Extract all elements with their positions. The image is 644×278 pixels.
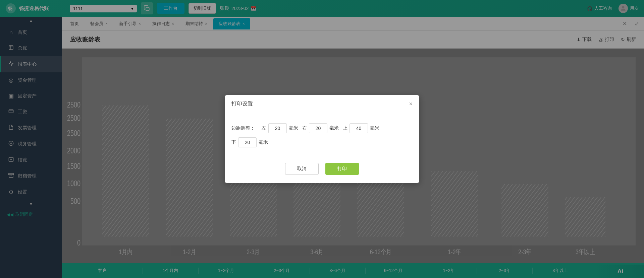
modal-close-button[interactable]: ×	[409, 100, 413, 108]
print-settings-modal: 打印设置 × 边距调整： 左 毫米 右 毫米 上 毫米	[225, 95, 419, 183]
margin-left-input[interactable]	[268, 123, 287, 133]
left-label: 左	[262, 125, 266, 131]
margin-left-group: 左 毫米	[262, 123, 298, 133]
top-unit: 毫米	[370, 125, 379, 131]
margin-bottom-input[interactable]	[238, 137, 257, 147]
margin-label: 边距调整：	[231, 125, 255, 131]
margin-right-group: 右 毫米	[302, 123, 339, 133]
margin-top-group: 上 毫米	[343, 123, 379, 133]
right-label: 右	[302, 125, 307, 131]
left-unit: 毫米	[289, 125, 298, 131]
modal-overlay: 打印设置 × 边距调整： 左 毫米 右 毫米 上 毫米	[0, 0, 644, 278]
margin-right-input[interactable]	[309, 123, 327, 133]
bottom-label: 下	[231, 139, 236, 145]
modal-footer: 取消 打印	[225, 157, 419, 183]
modal-header: 打印设置 ×	[225, 95, 419, 113]
top-label: 上	[343, 125, 347, 131]
right-unit: 毫米	[329, 125, 339, 131]
confirm-print-button[interactable]: 打印	[325, 163, 359, 175]
bottom-unit: 毫米	[259, 139, 268, 145]
cancel-button[interactable]: 取消	[285, 163, 319, 175]
margin-row: 边距调整： 左 毫米 右 毫米 上 毫米 下	[231, 123, 413, 147]
modal-body: 边距调整： 左 毫米 右 毫米 上 毫米 下	[225, 113, 419, 157]
modal-title: 打印设置	[231, 100, 253, 108]
margin-bottom-group: 下 毫米	[231, 137, 268, 147]
margin-top-input[interactable]	[350, 123, 368, 133]
